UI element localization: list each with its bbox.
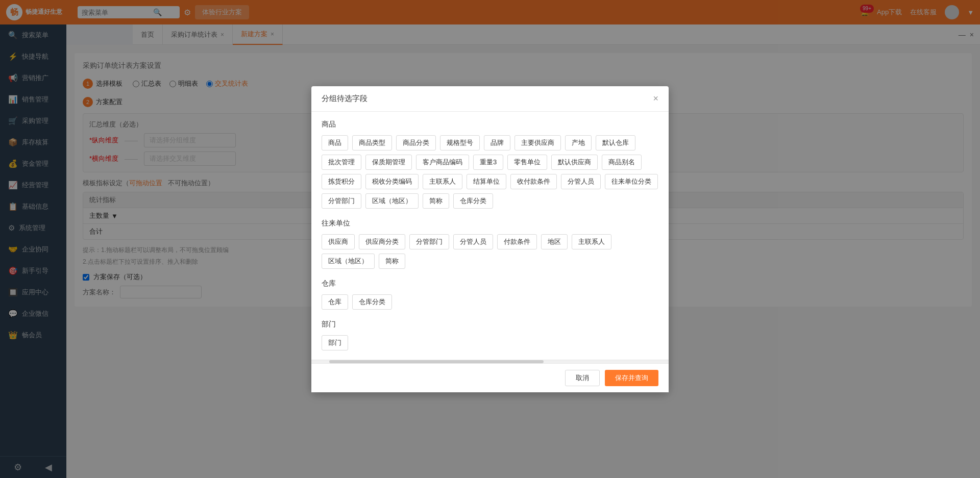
field-warehouse[interactable]: 仓库	[322, 294, 348, 310]
field-batch-mgmt[interactable]: 批次管理	[322, 155, 361, 170]
field-goods[interactable]: 商品	[322, 135, 348, 150]
field-goods-alias[interactable]: 商品别名	[602, 155, 642, 170]
field-default-warehouse[interactable]: 默认仓库	[596, 135, 635, 150]
dialog-footer: 取消 保存并查询	[311, 363, 669, 392]
section-goods-title: 商品	[322, 120, 658, 129]
section-partner-title: 往来单位	[322, 219, 658, 228]
dialog-overlay: 分组待选字段 × 商品 商品 商品类型 商品分类 规格型号	[66, 45, 980, 478]
field-main-contact2[interactable]: 主联系人	[572, 234, 611, 249]
field-tax-code[interactable]: 税收分类编码	[365, 174, 419, 189]
dialog-header: 分组待选字段 ×	[311, 86, 669, 112]
field-weight[interactable]: 重量3	[473, 155, 503, 170]
cancel-button[interactable]: 取消	[565, 370, 600, 386]
section-goods-fields: 商品 商品类型 商品分类 规格型号 品牌 主要供应商 产地 默认仓库 批次管理 …	[322, 135, 658, 209]
field-pick-points[interactable]: 拣货积分	[322, 174, 361, 189]
field-default-supplier[interactable]: 默认供应商	[551, 155, 598, 170]
section-dept: 部门 部门	[322, 320, 658, 350]
field-settlement-unit[interactable]: 结算单位	[467, 174, 506, 189]
field-department[interactable]: 部门	[322, 335, 348, 350]
main-content: 采购订单统计表方案设置 1 选择模板 汇总表 明细表	[66, 45, 980, 478]
section-warehouse: 仓库 仓库 仓库分类	[322, 279, 658, 310]
dialog-body: 商品 商品 商品类型 商品分类 规格型号 品牌 主要供应商 产地 默认仓库 批次…	[311, 112, 669, 360]
field-origin[interactable]: 产地	[565, 135, 592, 150]
section-goods: 商品 商品 商品类型 商品分类 规格型号 品牌 主要供应商 产地 默认仓库 批次…	[322, 120, 658, 209]
field-partner-dept[interactable]: 分管部门	[409, 234, 449, 249]
field-partner-category[interactable]: 往来单位分类	[605, 174, 658, 189]
field-brand[interactable]: 品牌	[484, 135, 510, 150]
dialog-close-button[interactable]: ×	[653, 93, 658, 104]
dialog-title: 分组待选字段	[322, 94, 368, 104]
confirm-button[interactable]: 保存并查询	[605, 370, 658, 386]
section-dept-fields: 部门	[322, 335, 658, 350]
dialog-horizontal-scrollbar[interactable]	[311, 360, 669, 363]
field-warehouse-category[interactable]: 仓库分类	[453, 193, 493, 209]
field-abbr[interactable]: 简称	[423, 193, 449, 209]
field-pay-terms[interactable]: 付款条件	[497, 234, 537, 249]
field-spec-model[interactable]: 规格型号	[440, 135, 480, 150]
field-goods-type[interactable]: 商品类型	[352, 135, 392, 150]
field-region[interactable]: 区域（地区）	[365, 193, 419, 209]
section-warehouse-title: 仓库	[322, 279, 658, 288]
section-partner-fields: 供应商 供应商分类 分管部门 分管人员 付款条件 地区 主联系人 区域（地区） …	[322, 234, 658, 269]
field-partner-manager[interactable]: 分管人员	[453, 234, 493, 249]
field-goods-category[interactable]: 商品分类	[396, 135, 436, 150]
section-dept-title: 部门	[322, 320, 658, 329]
field-main-contact[interactable]: 主联系人	[423, 174, 462, 189]
field-retail-unit[interactable]: 零售单位	[507, 155, 547, 170]
field-dept[interactable]: 分管部门	[322, 193, 361, 209]
field-customer-code[interactable]: 客户商品编码	[416, 155, 469, 170]
field-region2[interactable]: 区域（地区）	[322, 254, 375, 269]
field-shelf-life[interactable]: 保质期管理	[365, 155, 412, 170]
section-warehouse-fields: 仓库 仓库分类	[322, 294, 658, 310]
field-wh-category[interactable]: 仓库分类	[352, 294, 392, 310]
field-supplier[interactable]: 供应商	[322, 234, 355, 249]
field-supplier-category[interactable]: 供应商分类	[359, 234, 405, 249]
field-abbr2[interactable]: 简称	[379, 254, 405, 269]
field-area[interactable]: 地区	[541, 234, 568, 249]
section-partner: 往来单位 供应商 供应商分类 分管部门 分管人员 付款条件 地区 主联系人 区域…	[322, 219, 658, 269]
dialog: 分组待选字段 × 商品 商品 商品类型 商品分类 规格型号	[311, 86, 669, 392]
field-main-supplier[interactable]: 主要供应商	[514, 135, 561, 150]
field-manager[interactable]: 分管人员	[561, 174, 601, 189]
field-payment-terms[interactable]: 收付款条件	[510, 174, 557, 189]
